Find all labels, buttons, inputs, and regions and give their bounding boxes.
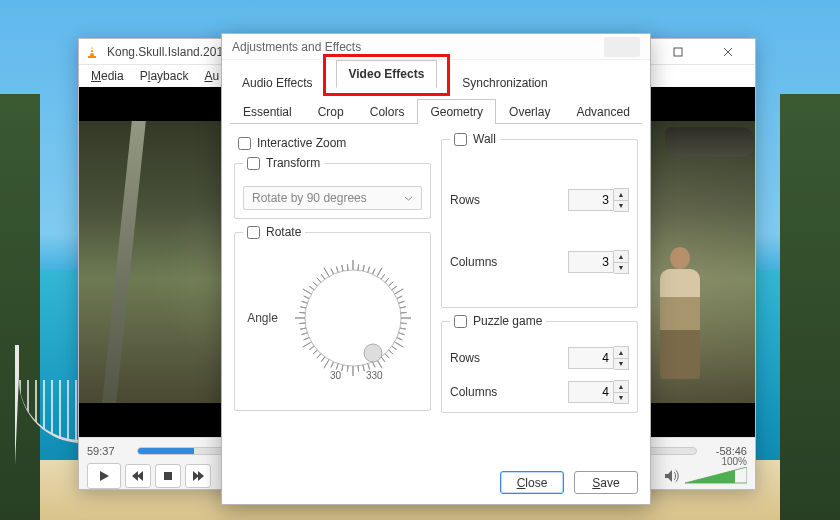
time-elapsed: 59:37 [87, 445, 129, 457]
svg-point-7 [305, 270, 401, 366]
svg-line-116 [301, 301, 307, 303]
interactive-zoom-checkbox[interactable]: Interactive Zoom [238, 136, 431, 150]
svg-rect-2 [90, 52, 95, 53]
maximize-button[interactable] [657, 39, 699, 65]
svg-line-78 [394, 289, 403, 294]
svg-line-127 [347, 264, 348, 270]
stop-button[interactable] [155, 464, 181, 488]
spinner-down-icon[interactable]: ▼ [614, 392, 628, 403]
svg-line-108 [303, 342, 312, 347]
rotate-checkbox[interactable]: Rotate [243, 225, 305, 239]
svg-line-90 [389, 350, 393, 354]
tab-video-effects[interactable]: Video Effects [336, 60, 438, 88]
top-tabs: Audio Effects Video Effects Synchronizat… [230, 66, 642, 96]
svg-line-114 [299, 312, 305, 313]
puzzle-rows-spinner[interactable]: ▲▼ [568, 346, 629, 370]
volume-percent: 100% [721, 456, 747, 467]
svg-line-117 [304, 296, 309, 299]
close-button[interactable] [707, 39, 749, 65]
svg-line-102 [331, 362, 334, 367]
wall-rows-spinner[interactable]: ▲▼ [568, 188, 629, 212]
svg-line-110 [301, 333, 307, 335]
subtab-colors[interactable]: Colors [357, 99, 418, 124]
svg-line-124 [331, 269, 334, 274]
svg-line-105 [317, 354, 321, 358]
highlight-annotation: Video Effects [323, 54, 451, 96]
svg-line-88 [394, 342, 403, 347]
puzzle-cols-spinner[interactable]: ▲▼ [568, 380, 629, 404]
svg-line-106 [313, 350, 317, 354]
svg-line-95 [368, 364, 370, 370]
subtab-crop[interactable]: Crop [305, 99, 357, 124]
svg-line-70 [363, 265, 364, 271]
puzzle-rows-label: Rows [450, 351, 480, 365]
tab-synchronization[interactable]: Synchronization [450, 70, 559, 96]
spinner-up-icon[interactable]: ▲ [614, 251, 628, 262]
svg-line-126 [342, 265, 343, 271]
svg-line-80 [399, 301, 405, 303]
tab-audio-effects[interactable]: Audio Effects [230, 70, 325, 96]
svg-line-91 [385, 354, 389, 358]
wall-checkbox[interactable]: Wall [450, 132, 500, 146]
close-button[interactable]: Close [500, 471, 564, 494]
svg-line-77 [392, 286, 397, 290]
wall-rows-label: Rows [450, 193, 480, 207]
save-button[interactable]: Save [574, 471, 638, 494]
svg-line-71 [368, 267, 370, 273]
dial-tick-start: 30 [330, 370, 342, 381]
menu-media[interactable]: Media [85, 67, 130, 85]
svg-rect-4 [164, 472, 172, 480]
wall-cols-spinner[interactable]: ▲▼ [568, 250, 629, 274]
angle-label: Angle [247, 311, 278, 325]
play-button[interactable] [87, 463, 121, 489]
puzzle-cols-label: Columns [450, 385, 497, 399]
subtab-overlay[interactable]: Overlay [496, 99, 563, 124]
dialog-title: Adjustments and Effects [232, 40, 361, 54]
svg-line-115 [300, 307, 306, 308]
svg-rect-0 [88, 56, 96, 58]
svg-line-75 [385, 278, 389, 282]
svg-line-101 [336, 364, 338, 370]
rotate-group: Rotate Angle 30 [234, 225, 431, 411]
spinner-down-icon[interactable]: ▼ [614, 358, 628, 369]
subtab-essential[interactable]: Essential [230, 99, 305, 124]
svg-line-120 [313, 282, 317, 286]
vlc-cone-icon [85, 45, 99, 59]
svg-line-123 [324, 268, 329, 277]
transform-checkbox[interactable]: Transform [243, 156, 324, 170]
svg-line-84 [401, 323, 407, 324]
spinner-up-icon[interactable]: ▲ [614, 381, 628, 392]
svg-rect-3 [674, 48, 682, 56]
puzzle-group: Puzzle game Rows ▲▼ Columns ▲▼ [441, 314, 638, 413]
spinner-down-icon[interactable]: ▼ [614, 262, 628, 273]
svg-line-100 [342, 365, 343, 371]
transform-dropdown[interactable]: Rotate by 90 degrees [243, 186, 422, 210]
svg-line-111 [300, 328, 306, 329]
svg-line-89 [392, 346, 397, 350]
subtab-geometry[interactable]: Geometry [417, 99, 496, 124]
spinner-up-icon[interactable]: ▲ [614, 189, 628, 200]
svg-line-96 [363, 365, 364, 371]
wall-group: Wall Rows ▲▼ Columns ▲▼ [441, 132, 638, 308]
svg-line-86 [399, 333, 405, 335]
menu-playback[interactable]: Playback [134, 67, 195, 85]
svg-line-72 [372, 269, 375, 274]
svg-line-76 [389, 282, 393, 286]
dialog-close-button[interactable] [604, 37, 640, 57]
prev-button[interactable] [125, 464, 151, 488]
svg-line-103 [324, 360, 329, 369]
volume-slider[interactable]: 100% [685, 467, 747, 485]
subtab-advanced[interactable]: Advanced [563, 99, 642, 124]
spinner-down-icon[interactable]: ▼ [614, 200, 628, 211]
svg-line-99 [347, 366, 348, 372]
svg-line-122 [321, 274, 325, 279]
dial-tick-end: 330 [366, 370, 383, 381]
svg-line-79 [397, 296, 402, 299]
volume-control[interactable]: 100% [663, 467, 747, 485]
next-button[interactable] [185, 464, 211, 488]
puzzle-checkbox[interactable]: Puzzle game [450, 314, 546, 328]
angle-dial[interactable]: 30 330 [288, 253, 418, 383]
spinner-up-icon[interactable]: ▲ [614, 347, 628, 358]
svg-line-73 [377, 268, 382, 277]
svg-line-119 [309, 286, 314, 290]
